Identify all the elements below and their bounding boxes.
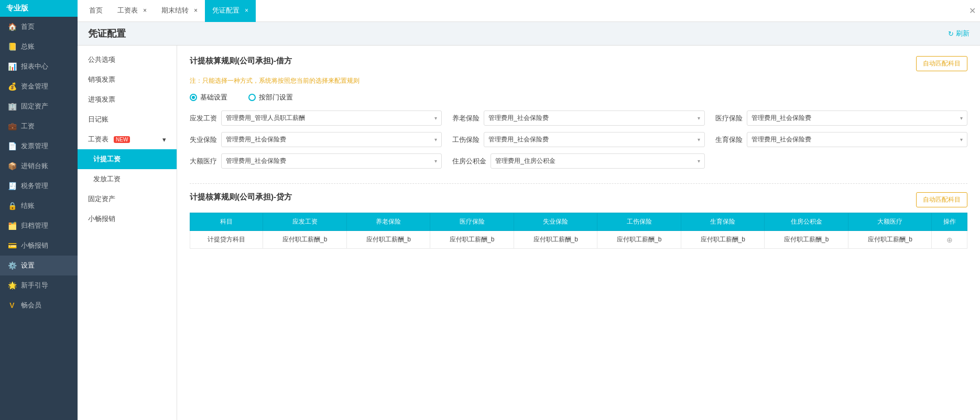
left-nav-fixed-assets-label: 固定资产: [88, 194, 115, 204]
radio-group: 基础设置 按部门设置: [190, 93, 967, 102]
left-nav: 公共选项 销项发票 进项发票 日记账 工资表 NEW ▾ 计提工资 发放工资: [78, 46, 177, 420]
col-subject: 科目: [190, 213, 263, 231]
left-nav-pay-salary[interactable]: 发放工资: [78, 169, 177, 189]
tab-home[interactable]: 首页: [82, 0, 110, 22]
radio-department[interactable]: 按部门设置: [248, 93, 293, 102]
sidebar-item-xiaochang[interactable]: 💳 小畅报销: [0, 236, 78, 256]
sidebar-item-salary[interactable]: 💼 工资: [0, 116, 78, 136]
select-salary[interactable]: 管理费用_管理人员职工薪酬 ▾: [221, 110, 442, 126]
auto-match-btn-2[interactable]: 自动匹配科目: [916, 192, 967, 207]
label-housing: 住房公积金: [452, 157, 486, 166]
auto-match-btn-1[interactable]: 自动匹配科目: [916, 56, 967, 71]
sidebar-item-label: 进销台账: [21, 161, 48, 171]
divider: [190, 183, 967, 184]
select-pension-value: 管理费用_社会保险费: [488, 114, 549, 123]
cell-action[interactable]: ⊕: [932, 231, 967, 249]
sidebar-item-close[interactable]: 🔒 结账: [0, 196, 78, 216]
section1-note: 注：只能选择一种方式，系统将按照您当前的选择来配置规则: [190, 76, 967, 85]
sidebar-item-member[interactable]: V 畅会员: [0, 295, 78, 315]
select-salary-value: 管理费用_管理人员职工薪酬: [226, 114, 305, 123]
left-nav-journal[interactable]: 日记账: [78, 109, 177, 129]
sidebar-item-archive[interactable]: 🗂️ 归档管理: [0, 216, 78, 236]
cell-unemployment: 应付职工薪酬_b: [514, 231, 597, 249]
select-medical-value: 管理费用_社会保险费: [752, 114, 812, 123]
cell-birth: 应付职工薪酬_b: [681, 231, 765, 249]
assets-icon: 🏢: [7, 102, 17, 110]
select-birth[interactable]: 管理费用_社会保险费 ▾: [747, 132, 967, 147]
tab-home-label: 首页: [89, 6, 103, 15]
edit-icon[interactable]: ⊕: [946, 236, 953, 244]
tab-period-close-label: 期末结转: [161, 6, 189, 15]
sidebar-item-label: 新手引导: [21, 281, 48, 290]
col-pension: 养老保险: [346, 213, 430, 231]
page-header: 凭证配置 ↻ 刷新: [78, 22, 980, 46]
chevron-down-icon: ▾: [434, 137, 437, 142]
col-housing: 住房公积金: [765, 213, 848, 231]
sidebar-item-label: 设置: [21, 261, 35, 270]
sidebar-item-assets[interactable]: 🏢 固定资产: [0, 96, 78, 116]
radio-department-label: 按部门设置: [259, 93, 293, 102]
tab-bar: 首页 工资表 × 期末结转 × 凭证配置 × ✕: [78, 0, 980, 22]
label-medical: 医疗保险: [715, 114, 743, 123]
sidebar-item-reports[interactable]: 📊 报表中心: [0, 57, 78, 76]
label-injury: 工伤保险: [452, 135, 480, 145]
tab-period-close-close[interactable]: ×: [194, 7, 198, 14]
select-unemployment[interactable]: 管理费用_社会保险费 ▾: [221, 132, 442, 147]
close-all-tabs-button[interactable]: ✕: [969, 6, 976, 16]
sidebar-item-funds[interactable]: 💰 资金管理: [0, 76, 78, 96]
left-nav-calc-salary[interactable]: 计提工资: [78, 149, 177, 169]
select-injury[interactable]: 管理费用_社会保险费 ▾: [484, 132, 704, 147]
form-row-birth: 生育保险 管理费用_社会保险费 ▾: [715, 132, 967, 147]
tab-period-close[interactable]: 期末结转 ×: [154, 0, 205, 22]
label-major-medical: 大额医疗: [190, 157, 217, 166]
funds-icon: 💰: [7, 82, 17, 91]
salary-icon: 💼: [7, 122, 17, 130]
tab-voucher-config[interactable]: 凭证配置 ×: [205, 0, 256, 22]
label-salary: 应发工资: [190, 114, 217, 123]
select-housing[interactable]: 管理费用_住房公积金 ▾: [491, 153, 704, 169]
tab-salary-table-close[interactable]: ×: [143, 7, 147, 14]
tab-salary-table[interactable]: 工资表 ×: [110, 0, 154, 22]
col-salary: 应发工资: [263, 213, 347, 231]
left-nav-pay-salary-label: 发放工资: [93, 174, 121, 184]
left-nav-fixed-assets[interactable]: 固定资产: [78, 189, 177, 209]
left-nav-expense[interactable]: 小畅报销: [78, 209, 177, 229]
radio-basic-label: 基础设置: [200, 93, 227, 102]
form-row-medical: 医疗保险 管理费用_社会保险费 ▾: [715, 110, 967, 126]
sidebar-item-label: 税务管理: [21, 181, 48, 191]
select-medical[interactable]: 管理费用_社会保险费 ▾: [747, 110, 967, 126]
reports-icon: 📊: [7, 62, 17, 71]
sidebar-item-settings[interactable]: ⚙️ 设置: [0, 256, 78, 275]
tab-voucher-config-close[interactable]: ×: [245, 7, 248, 14]
section-credit: 计提核算规则(公司承担)-贷方 自动匹配科目 科目 应发工资 养老保险 医疗保险…: [190, 192, 967, 249]
cell-subject: 计提贷方科目: [190, 231, 263, 249]
chevron-down-icon: ▾: [960, 137, 963, 142]
sidebar-item-tax[interactable]: 🧾 税务管理: [0, 176, 78, 196]
sidebar-item-label: 结账: [21, 201, 35, 211]
left-nav-salary-table[interactable]: 工资表 NEW ▾: [78, 129, 177, 149]
archive-icon: 🗂️: [7, 222, 17, 230]
sidebar-item-stock[interactable]: 📦 进销台账: [0, 156, 78, 176]
sidebar-item-home[interactable]: 🏠 首页: [0, 17, 78, 37]
chevron-down-icon: ▾: [434, 158, 437, 164]
guide-icon: 🌟: [7, 281, 17, 290]
left-nav-expense-label: 小畅报销: [88, 214, 115, 224]
refresh-button[interactable]: ↻ 刷新: [948, 29, 970, 38]
stock-icon: 📦: [7, 162, 17, 170]
left-nav-public[interactable]: 公共选项: [78, 50, 177, 70]
radio-basic[interactable]: 基础设置: [190, 93, 227, 102]
form-row-unemployment: 失业保险 管理费用_社会保险费 ▾: [190, 132, 442, 147]
sidebar-item-guide[interactable]: 🌟 新手引导: [0, 275, 78, 295]
sidebar-item-invoice[interactable]: 📄 发票管理: [0, 136, 78, 156]
left-nav-purchase-invoice[interactable]: 进项发票: [78, 90, 177, 109]
sidebar-header: 专业版: [0, 0, 78, 17]
select-unemployment-value: 管理费用_社会保险费: [226, 135, 286, 144]
radio-basic-circle: [190, 94, 197, 101]
select-pension[interactable]: 管理费用_社会保险费 ▾: [484, 110, 704, 126]
select-major-medical[interactable]: 管理费用_社会保险费 ▾: [221, 153, 442, 169]
sidebar-item-ledger[interactable]: 📒 总账: [0, 37, 78, 57]
form-row-salary: 应发工资 管理费用_管理人员职工薪酬 ▾: [190, 110, 442, 126]
form-row-major-medical: 大额医疗 管理费用_社会保险费 ▾: [190, 153, 442, 169]
left-nav-sales-invoice[interactable]: 销项发票: [78, 70, 177, 90]
expand-icon: ▾: [162, 136, 166, 143]
